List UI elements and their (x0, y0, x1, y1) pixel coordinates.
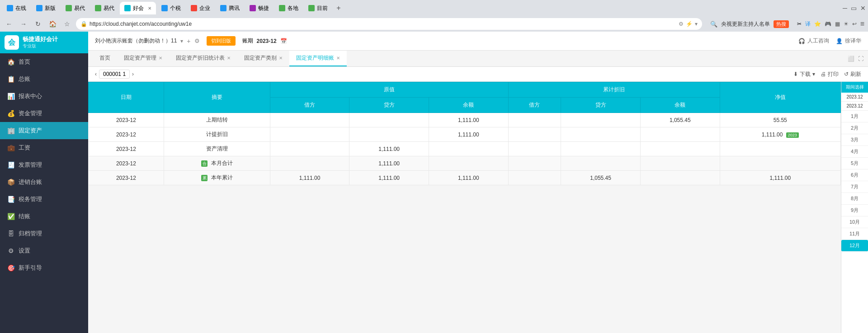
browser-tab-10[interactable]: 各地 (274, 2, 303, 14)
row3-orig-debit (270, 142, 349, 156)
dropdown-icon[interactable]: ▾ (180, 38, 183, 44)
sidebar-item-tax[interactable]: 📑 税务管理 (0, 191, 88, 208)
tab-home[interactable]: 首页 (93, 51, 117, 66)
back-button[interactable]: ← (4, 19, 14, 29)
add-account-button[interactable]: + (187, 38, 190, 45)
refresh-button[interactable]: ↺ 刷新 (844, 70, 861, 78)
url-settings-icon[interactable]: ⚙ (679, 21, 684, 27)
period-month-3[interactable]: 3月 (841, 134, 868, 146)
sidebar-item-funds[interactable]: 💰 资金管理 (0, 105, 88, 122)
period-month-10[interactable]: 10月 (841, 216, 868, 228)
period-month-11[interactable]: 11月 (841, 228, 868, 240)
browser-tab-1[interactable]: 在线 (2, 2, 31, 14)
hot-search-badge[interactable]: 热搜 (774, 20, 789, 28)
tab-close-asset-category[interactable]: ✕ (279, 56, 283, 61)
tab-close-asset-detail-ledger[interactable]: ✕ (336, 56, 340, 61)
sidebar-item-payroll[interactable]: 💼 工资 (0, 139, 88, 156)
account-name: 刘小艳演示账套（勿删勿动！）11 (95, 37, 177, 45)
switch-version-button[interactable]: 切到旧版 (207, 36, 236, 46)
top-bar-right: 🎧 人工咨询 👤 徐译华 (798, 37, 861, 45)
grid-icon[interactable]: ▦ (835, 21, 840, 27)
window-restore-icon[interactable]: ▭ (851, 5, 857, 12)
window-close-icon[interactable]: ✕ (860, 5, 866, 12)
browser-tab-8[interactable]: 腾讯 (216, 2, 244, 14)
forward-button[interactable]: → (18, 19, 29, 29)
sidebar-item-ledger[interactable]: 📋 总账 (0, 70, 88, 88)
closing-icon: ✅ (7, 212, 15, 220)
sidebar-item-settings[interactable]: ⚙ 设置 (0, 242, 88, 259)
window-minimize-icon[interactable]: ─ (843, 5, 847, 12)
next-page-button[interactable]: › (132, 71, 134, 77)
sidebar-item-invoice[interactable]: 🧾 发票管理 (0, 156, 88, 174)
period-month-12[interactable]: 12月 (841, 240, 868, 252)
url-input[interactable]: 🔒 https://cloud.chanjet.com/accounting/u… (76, 18, 702, 30)
period-month-1[interactable]: 1月 (841, 111, 868, 122)
period-month-2[interactable]: 2月 (841, 122, 868, 134)
period-month-9[interactable]: 9月 (841, 205, 868, 216)
browser-tab-3[interactable]: 易代 (61, 2, 90, 14)
tab-fixed-asset-mgmt-label: 固定资产管理 (124, 54, 156, 62)
tab-depreciation-stats[interactable]: 固定资产折旧统计表 ✕ (169, 51, 237, 66)
sidebar-item-home[interactable]: 🏠 首页 (0, 53, 88, 70)
tab-asset-category[interactable]: 固定资产类别 ✕ (237, 51, 289, 66)
gamepad-icon[interactable]: 🎮 (825, 21, 831, 27)
year-tag: 2023 (786, 132, 799, 138)
row5-dep-debit (508, 171, 561, 185)
home-browser-button[interactable]: 🏠 (47, 19, 58, 29)
period-end-date[interactable]: 2023.12 (841, 102, 868, 111)
browser-tab-6[interactable]: 个税 (157, 2, 185, 14)
row4-date: 2023-12 (89, 156, 164, 171)
settings-account-icon[interactable]: ⚙ (194, 38, 200, 44)
sidebar-item-closing[interactable]: ✅ 结账 (0, 208, 88, 225)
sidebar-item-fixed-assets[interactable]: 🏢 固定资产 (0, 122, 88, 139)
download-button[interactable]: ⬇ 下载 ▾ (793, 70, 815, 78)
browser-tab-2[interactable]: 新版 (32, 2, 60, 14)
url-dropdown-icon[interactable]: ▾ (695, 21, 698, 27)
period-month-4[interactable]: 4月 (841, 146, 868, 158)
prev-page-button[interactable]: ‹ (95, 71, 97, 77)
sidebar-item-reports[interactable]: 📊 报表中心 (0, 88, 88, 105)
period-month-8[interactable]: 8月 (841, 193, 868, 205)
col-header-dep-credit: 贷方 (561, 98, 641, 113)
collapse-icon[interactable]: ⬜ (848, 56, 854, 62)
tab-controls: ⬜ ⛶ (848, 56, 863, 62)
sidebar-item-guide[interactable]: 🎯 新手引导 (0, 259, 88, 277)
tab-close-fixed-asset-mgmt[interactable]: ✕ (159, 56, 162, 61)
col-header-dep-debit: 借方 (508, 98, 561, 113)
period-info: 账期 2023-12 📅 (242, 37, 287, 45)
sidebar-item-archive[interactable]: 🗄 归档管理 (0, 225, 88, 242)
calendar-icon[interactable]: 📅 (280, 38, 287, 44)
bookmark-button[interactable]: ☆ (61, 19, 72, 29)
row2-dep-debit (508, 127, 561, 142)
expand-icon[interactable]: ⛶ (858, 56, 863, 62)
url-lightning-icon[interactable]: ⚡ (686, 21, 693, 27)
user-profile[interactable]: 👤 徐译华 (836, 37, 861, 45)
browser-toolbar-right: ✂ 译 ⭐ 🎮 ▦ ☀ ↩ ≡ (797, 20, 864, 28)
browser-tab-11[interactable]: 目前 (304, 2, 332, 14)
tab-fixed-asset-mgmt[interactable]: 固定资产管理 ✕ (117, 51, 169, 66)
period-month-6[interactable]: 6月 (841, 169, 868, 181)
browser-tab-5[interactable]: 好会 ✕ (120, 2, 156, 14)
browser-tab-7[interactable]: 企业 (186, 2, 215, 14)
browser-tab-4[interactable]: 易代 (90, 2, 119, 14)
new-tab-button[interactable]: + (333, 3, 344, 14)
undo-icon[interactable]: ↩ (852, 21, 857, 27)
translate-icon[interactable]: 译 (805, 20, 811, 28)
download-dropdown-icon[interactable]: ▾ (812, 71, 815, 77)
period-start-date[interactable]: 2023.12 (841, 93, 868, 102)
star-icon[interactable]: ⭐ (814, 21, 821, 27)
period-month-7[interactable]: 7月 (841, 181, 868, 193)
period-month-5[interactable]: 5月 (841, 158, 868, 169)
print-button[interactable]: 🖨 打印 (821, 70, 839, 78)
scissors-icon[interactable]: ✂ (797, 21, 802, 27)
tab-asset-detail-ledger[interactable]: 固定资产明细账 ✕ (289, 51, 347, 66)
page-number[interactable]: 000001 1 (99, 70, 130, 79)
customer-service[interactable]: 🎧 人工咨询 (798, 37, 829, 45)
tab-close-depreciation-stats[interactable]: ✕ (227, 56, 231, 61)
browser-tab-9[interactable]: 畅捷 (245, 2, 274, 14)
brightness-icon[interactable]: ☀ (844, 21, 849, 27)
sidebar-item-inventory[interactable]: 📦 进销台账 (0, 174, 88, 191)
tab-close-icon[interactable]: ✕ (148, 6, 151, 11)
menu-icon[interactable]: ≡ (860, 20, 864, 28)
refresh-browser-button[interactable]: ↻ (33, 19, 43, 29)
